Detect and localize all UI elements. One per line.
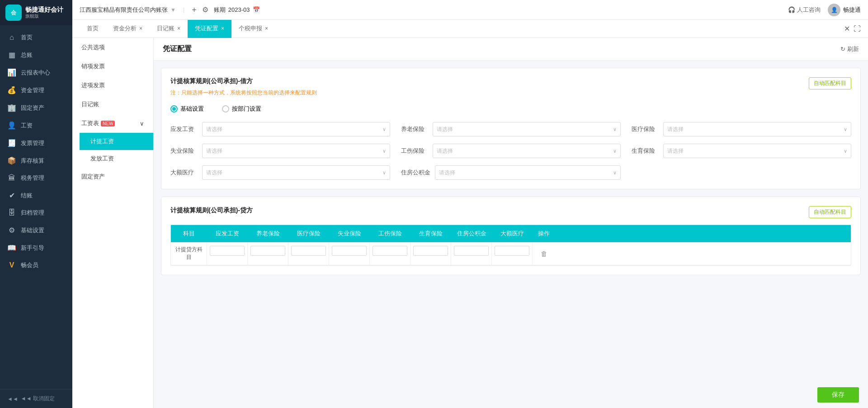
- service-label: 人工咨询: [797, 6, 821, 14]
- tab-voucher-config-close[interactable]: ×: [221, 26, 224, 31]
- debit-section-title-block: 计提核算规则(公司承担)-借方 注：只能选择一种方式，系统将按照您当前的选择来配…: [170, 77, 317, 103]
- input-gongshang[interactable]: [373, 246, 407, 256]
- cell-shengyu[interactable]: [410, 242, 451, 265]
- sidebar-item-inventory[interactable]: 📦 库存核算: [0, 152, 72, 169]
- select-gjj[interactable]: 请选择 ∨: [435, 165, 621, 180]
- sidebar-item-close[interactable]: ✔ 结账: [0, 187, 72, 204]
- sidebar-nav: ⌂ 首页 ▦ 总账 📊 云报表中心 💰 资金管理 🏢 固定资产 👤 工资 🧾 发…: [0, 25, 72, 389]
- select-gongshang[interactable]: 请选择 ∨: [433, 144, 621, 158]
- left-menu-payroll-table[interactable]: 工资表NEW ∨: [72, 114, 153, 133]
- sidebar-item-home-label: 首页: [21, 33, 33, 42]
- sidebar-item-ledger[interactable]: ▦ 总账: [0, 46, 72, 64]
- input-yiliao[interactable]: [291, 246, 326, 256]
- label-shiye: 失业保险: [170, 147, 198, 155]
- avatar-icon: 👤: [831, 7, 838, 13]
- tab-tax-report[interactable]: 个税申报 ×: [231, 20, 275, 38]
- input-shengyu[interactable]: [413, 246, 448, 256]
- input-gjj[interactable]: [454, 246, 489, 256]
- expand-tab-button[interactable]: ⛶: [854, 25, 861, 33]
- col-header-subject: 科目: [171, 225, 207, 242]
- page-title: 凭证配置: [163, 44, 192, 54]
- placeholder-shiye: 请选择: [206, 147, 222, 155]
- tab-home[interactable]: 首页: [80, 20, 106, 38]
- radio-basic[interactable]: 基础设置: [170, 105, 204, 113]
- close-tab-button[interactable]: ✕: [844, 24, 850, 33]
- service-button[interactable]: 🎧 人工咨询: [788, 6, 821, 14]
- select-yiliao[interactable]: 请选择 ∨: [663, 122, 851, 136]
- cell-dae[interactable]: [492, 242, 533, 265]
- placeholder-gjj: 请选择: [439, 169, 455, 177]
- cell-yingfa[interactable]: [207, 242, 248, 265]
- select-shengyu[interactable]: 请选择 ∨: [663, 144, 851, 158]
- left-menu-fixed-assets[interactable]: 固定资产: [72, 167, 153, 186]
- left-menu-accrual[interactable]: 计提工资: [80, 133, 153, 150]
- sidebar-item-invoice[interactable]: 🧾 发票管理: [0, 134, 72, 152]
- sidebar-item-funds[interactable]: 💰 资金管理: [0, 81, 72, 99]
- tab-journal-close[interactable]: ×: [177, 26, 180, 31]
- sidebar-item-tax[interactable]: 🏛 税务管理: [0, 169, 72, 187]
- sidebar-item-member-label: 畅会员: [21, 261, 38, 269]
- sidebar-item-home[interactable]: ⌂ 首页: [0, 29, 72, 46]
- tab-journal[interactable]: 日记账 ×: [150, 20, 188, 38]
- credit-table: 科目 应发工资 养老保险 医疗保险 失业保险 工伤保险 生育保险 住房公积金 大…: [170, 225, 851, 266]
- debit-auto-match-button[interactable]: 自动匹配科目: [809, 77, 851, 89]
- sidebar-item-invoice-label: 发票管理: [21, 139, 44, 147]
- company-selector[interactable]: 江西服宝精品有限责任公司内账张 ▼: [80, 6, 176, 14]
- cell-yanglao[interactable]: [248, 242, 288, 265]
- sidebar-item-reports[interactable]: 📊 云报表中心: [0, 64, 72, 81]
- select-shiye[interactable]: 请选择 ∨: [202, 144, 390, 158]
- tab-home-label: 首页: [87, 24, 99, 33]
- col-header-shengyu: 生育保险: [410, 225, 451, 242]
- select-dae[interactable]: 请选择 ∨: [202, 165, 390, 180]
- arrow-yiliao: ∨: [844, 127, 847, 132]
- cell-gjj[interactable]: [451, 242, 492, 265]
- left-menu-pay-salary[interactable]: 发放工资: [80, 150, 153, 167]
- cell-action[interactable]: 🗑: [533, 242, 555, 265]
- form-row-gongshang: 工伤保险 请选择 ∨: [401, 144, 621, 158]
- member-icon: V: [7, 261, 16, 269]
- placeholder-gongshang: 请选择: [437, 147, 453, 155]
- calendar-icon: 📅: [253, 6, 260, 13]
- input-shiye[interactable]: [332, 246, 367, 256]
- left-menu-sales[interactable]: 销项发票: [72, 57, 153, 76]
- sidebar-item-settings[interactable]: ⚙ 基础设置: [0, 221, 72, 239]
- cell-shiye[interactable]: [329, 242, 370, 265]
- tab-funds[interactable]: 资金分析 ×: [106, 20, 150, 38]
- period-selector[interactable]: 账期 2023-03 📅: [214, 6, 260, 14]
- radio-by-dept[interactable]: 按部门设置: [222, 105, 261, 113]
- input-yanglao[interactable]: [250, 246, 285, 256]
- sidebar-unpin-button[interactable]: ◄◄ ◄◄ 取消固定: [0, 389, 72, 408]
- tab-tax-report-label: 个税申报: [239, 24, 262, 33]
- sidebar-item-assets[interactable]: 🏢 固定资产: [0, 99, 72, 117]
- sidebar-item-tax-label: 税务管理: [21, 174, 44, 182]
- placeholder-shengyu: 请选择: [667, 147, 684, 155]
- delete-icon[interactable]: 🗑: [541, 250, 547, 258]
- sidebar-item-member[interactable]: V 畅会员: [0, 257, 72, 274]
- save-button[interactable]: 保存: [817, 387, 859, 403]
- home-icon: ⌂: [7, 33, 16, 42]
- tab-tax-report-close[interactable]: ×: [265, 26, 268, 31]
- credit-auto-match-button[interactable]: 自动匹配科目: [809, 206, 851, 218]
- input-dae[interactable]: [495, 246, 529, 256]
- cell-yiliao[interactable]: [288, 242, 329, 265]
- gear-icon[interactable]: ⚙: [202, 5, 208, 14]
- left-menu-purchase[interactable]: 进项发票: [72, 76, 153, 95]
- sidebar-item-salary[interactable]: 👤 工资: [0, 117, 72, 134]
- left-menu-journal[interactable]: 日记账: [72, 95, 153, 114]
- sidebar-item-archive-label: 归档管理: [21, 209, 44, 217]
- refresh-button[interactable]: ↻ 刷新: [840, 45, 859, 53]
- col-header-action: 操作: [533, 225, 555, 242]
- tab-funds-close[interactable]: ×: [139, 26, 142, 31]
- radio-basic-circle: [170, 105, 178, 113]
- left-menu-public[interactable]: 公共选项: [72, 38, 153, 57]
- user-menu[interactable]: 👤 畅捷通: [828, 4, 861, 16]
- tab-voucher-config[interactable]: 凭证配置 ×: [188, 20, 231, 38]
- select-yanglao[interactable]: 请选择 ∨: [433, 122, 621, 136]
- content-body: 计提核算规则(公司承担)-借方 注：只能选择一种方式，系统将按照您当前的选择来配…: [154, 61, 868, 382]
- input-yingfa[interactable]: [210, 246, 245, 256]
- sidebar-item-guide[interactable]: 📖 新手引导: [0, 239, 72, 257]
- select-yingfa[interactable]: 请选择 ∨: [202, 122, 390, 136]
- add-company-button[interactable]: +: [192, 6, 197, 14]
- sidebar-item-archive[interactable]: 🗄 归档管理: [0, 204, 72, 221]
- cell-gongshang[interactable]: [370, 242, 410, 265]
